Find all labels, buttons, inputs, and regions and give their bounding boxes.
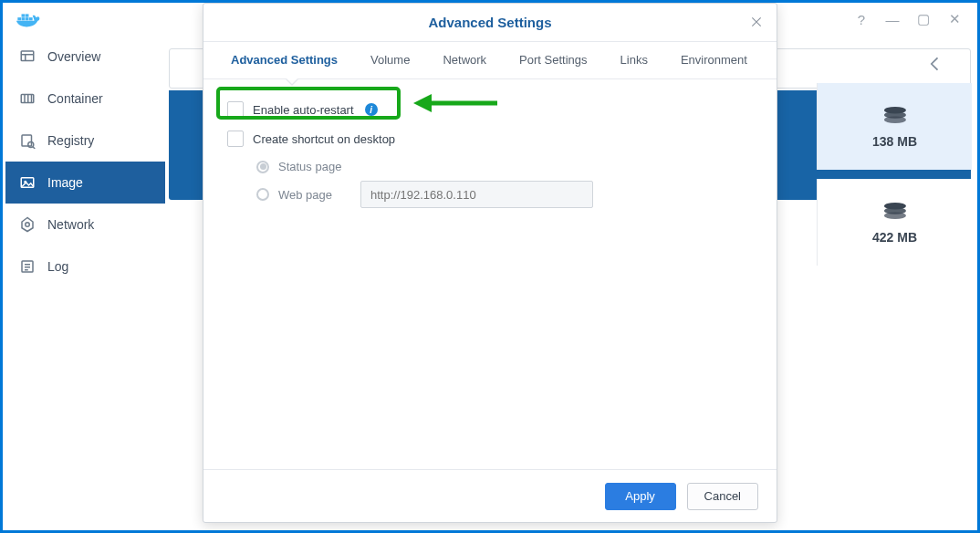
- checkbox-create-shortcut[interactable]: [227, 131, 244, 147]
- tab-advanced-settings[interactable]: Advanced Settings: [216, 42, 352, 78]
- modal-overlay: Advanced Settings Advanced Settings Volu…: [3, 3, 977, 530]
- web-page-url-input[interactable]: [360, 181, 593, 208]
- modal-body: Enable auto-restart i Create shortcut on…: [203, 79, 777, 469]
- tab-volume[interactable]: Volume: [356, 42, 424, 78]
- option-label: Create shortcut on desktop: [253, 132, 395, 146]
- modal-tabs: Advanced Settings Volume Network Port Se…: [203, 42, 777, 79]
- option-label: Web page: [278, 188, 351, 202]
- option-status-page: Status page: [256, 160, 753, 173]
- checkbox-enable-auto-restart[interactable]: [227, 101, 244, 118]
- option-web-page: Web page: [256, 181, 753, 208]
- info-icon[interactable]: i: [365, 103, 378, 116]
- tab-label: Volume: [370, 53, 410, 67]
- option-enable-auto-restart: Enable auto-restart i: [227, 101, 753, 118]
- tab-label: Advanced Settings: [231, 53, 338, 67]
- tab-label: Links: [620, 53, 648, 67]
- tab-network[interactable]: Network: [428, 42, 501, 78]
- apply-button[interactable]: Apply: [605, 483, 676, 510]
- option-create-shortcut: Create shortcut on desktop: [227, 131, 753, 147]
- modal-footer: Apply Cancel: [203, 469, 777, 522]
- tab-label: Environment: [681, 53, 747, 67]
- close-icon[interactable]: [745, 11, 767, 33]
- modal-header: Advanced Settings: [203, 4, 777, 42]
- tab-label: Port Settings: [519, 53, 587, 67]
- shortcut-sub-options: Status page Web page: [227, 160, 753, 208]
- modal-title: Advanced Settings: [428, 15, 551, 30]
- option-label: Enable auto-restart: [253, 103, 354, 117]
- advanced-settings-modal: Advanced Settings Advanced Settings Volu…: [203, 3, 777, 523]
- tab-label: Network: [443, 53, 486, 67]
- tab-links[interactable]: Links: [606, 42, 662, 78]
- app-window: ? — ▢ ✕ Overview Container Registry: [0, 0, 980, 533]
- radio-web-page[interactable]: [256, 188, 269, 201]
- cancel-button[interactable]: Cancel: [687, 483, 758, 510]
- tab-environment[interactable]: Environment: [666, 42, 762, 78]
- option-label: Status page: [278, 160, 341, 173]
- tab-port-settings[interactable]: Port Settings: [505, 42, 601, 78]
- radio-status-page[interactable]: [256, 161, 269, 173]
